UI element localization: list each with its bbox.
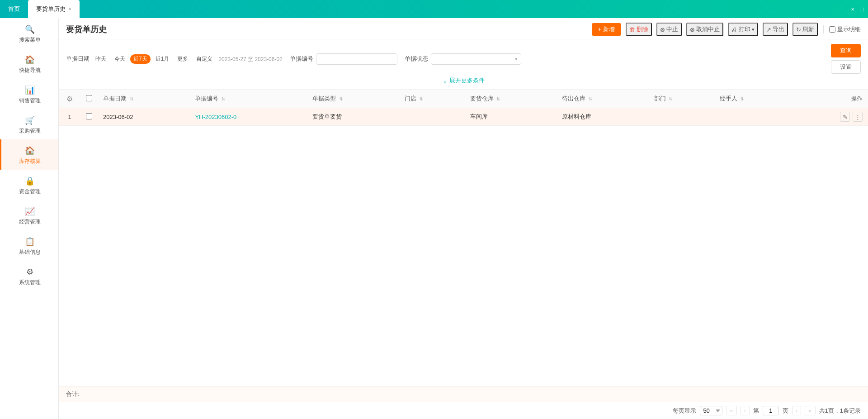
sidebar-item-basic-info[interactable]: 📋 基础信息	[0, 230, 58, 261]
sidebar-item-sys-mgmt[interactable]: ⚙ 系统管理	[0, 261, 58, 291]
window-close-btn[interactable]: ×	[851, 6, 855, 13]
sidebar-item-ops-mgmt[interactable]: 📈 经营管理	[0, 200, 58, 230]
col-store: 门店 ⇅	[399, 90, 465, 108]
sys-mgmt-icon: ⚙	[26, 267, 33, 277]
sidebar-label-inventory: 库存核算	[19, 157, 41, 165]
delete-button-label: 删除	[637, 25, 648, 33]
col-handler-label: 经手人	[720, 95, 737, 102]
sidebar-item-finance[interactable]: 🔒 资金管理	[0, 170, 58, 200]
query-button[interactable]: 查询	[831, 44, 861, 57]
col-handler: 经手人 ⇅	[714, 90, 793, 108]
col-bill-date-sort-icon[interactable]: ⇅	[130, 96, 133, 101]
row-ops-cell: ✎ ⋮	[793, 108, 868, 126]
purchase-mgmt-icon: 🛒	[25, 115, 35, 125]
bill-no-input[interactable]	[316, 53, 397, 65]
tab-requisition-label: 要货单历史	[36, 5, 66, 13]
sidebar-label-ops-mgmt: 经营管理	[19, 218, 41, 226]
stop-button[interactable]: ⊗ 中止	[656, 23, 682, 36]
toolbar: + 新增 🗑 删除 ⊗ 中止 ⊗ 取消中止 🖨 打印 ▾	[592, 23, 861, 36]
col-bill-type-label: 单据类型	[312, 95, 336, 102]
cancel-stop-button[interactable]: ⊗ 取消中止	[686, 23, 723, 36]
row-edit-icon[interactable]: ✎	[840, 112, 850, 122]
tab-home[interactable]: 首页	[0, 0, 28, 18]
window-maximize-btn[interactable]: □	[860, 6, 863, 13]
table-row: 1 2023-06-02 YH-20230602-0 要货单要货	[59, 108, 868, 126]
row-req-warehouse: 车间库	[465, 108, 557, 126]
date-pill-last7days[interactable]: 近7天	[130, 54, 151, 64]
date-pill-yesterday[interactable]: 昨天	[92, 54, 109, 64]
sidebar-label-sales-mgmt: 销售管理	[19, 97, 41, 105]
filter-area: 单据日期 昨天 今天 近7天 近1月 更多 自定义 2023-05-27 至 2…	[59, 39, 868, 90]
table-header-row: ⚙ 单据日期 ⇅ 单据编号 ⇅	[59, 90, 868, 108]
select-all-checkbox[interactable]	[86, 95, 92, 101]
prev-page-button[interactable]: ‹	[741, 406, 750, 415]
page-number-input[interactable]	[763, 406, 779, 415]
row-bill-date-text: 2023-06-02	[103, 114, 133, 120]
delete-button[interactable]: 🗑 删除	[626, 23, 652, 36]
expand-more-label: 展开更多条件	[449, 76, 485, 85]
col-bill-type: 单据类型 ⇅	[307, 90, 399, 108]
col-pending-warehouse: 待出仓库 ⇅	[557, 90, 648, 108]
row-more-icon[interactable]: ⋮	[853, 112, 863, 122]
inventory-icon: 🏠	[25, 146, 35, 156]
cancel-stop-button-label: 取消中止	[696, 25, 720, 33]
col-dept-sort-icon[interactable]: ⇅	[669, 96, 672, 101]
col-req-warehouse: 要货仓库 ⇅	[465, 90, 557, 108]
quick-nav-icon: 🏠	[25, 55, 35, 65]
display-detail-checkbox[interactable]	[829, 26, 835, 33]
filter-setting-button[interactable]: 设置	[831, 60, 861, 74]
status-input[interactable]	[431, 53, 521, 65]
col-handler-sort-icon[interactable]: ⇅	[740, 96, 744, 101]
row-bill-no-link[interactable]: YH-20230602-0	[195, 114, 236, 120]
new-button[interactable]: + 新增	[592, 23, 621, 36]
tab-home-label: 首页	[8, 5, 20, 13]
refresh-button[interactable]: ↻ 刷新	[793, 23, 818, 36]
sidebar-item-sales-mgmt[interactable]: 📊 销售管理	[0, 79, 58, 109]
sidebar-label-quick-nav: 快捷导航	[19, 67, 41, 74]
date-range-text: 2023-05-27 至 2023-06-02	[218, 56, 282, 63]
sidebar-item-search-menu[interactable]: 🔍 搜索菜单	[0, 18, 58, 48]
sidebar-label-finance: 资金管理	[19, 188, 41, 195]
tab-close-icon[interactable]: ×	[68, 6, 71, 12]
refresh-button-label: 刷新	[802, 25, 814, 33]
date-pill-today[interactable]: 今天	[111, 54, 128, 64]
date-pill-custom[interactable]: 自定义	[193, 54, 216, 64]
next-page-button[interactable]: ›	[792, 406, 801, 415]
expand-more-btn[interactable]: ⌄ 展开更多条件	[66, 76, 861, 85]
export-button[interactable]: ↗ 导出	[763, 23, 788, 36]
sidebar-item-inventory[interactable]: 🏠 库存核算	[0, 139, 58, 170]
row-check-cell	[80, 108, 98, 126]
display-detail-text: 显示明细	[837, 25, 861, 33]
sidebar-label-purchase-mgmt: 采购管理	[19, 127, 41, 135]
sidebar-item-quick-nav[interactable]: 🏠 快捷导航	[0, 48, 58, 79]
row-bill-type: 要货单要货	[307, 108, 399, 126]
col-pending-warehouse-sort-icon[interactable]: ⇅	[589, 96, 592, 101]
col-pending-warehouse-label: 待出仓库	[562, 95, 585, 102]
tab-requisition-history[interactable]: 要货单历史 ×	[28, 0, 80, 18]
page-size-select[interactable]: 10 20 50 100	[700, 406, 722, 415]
col-req-warehouse-sort-icon[interactable]: ⇅	[496, 96, 500, 101]
col-bill-type-sort-icon[interactable]: ⇅	[339, 96, 343, 101]
status-chevron-icon: ▾	[515, 56, 518, 62]
date-pill-last1month[interactable]: 近1月	[152, 54, 173, 64]
finance-icon: 🔒	[25, 176, 35, 186]
cancel-stop-icon: ⊗	[690, 26, 695, 33]
edit-icon-symbol: ✎	[843, 114, 848, 120]
col-bill-date-label: 单据日期	[103, 95, 127, 102]
refresh-icon: ↻	[796, 26, 801, 33]
page-size-label: 每页显示	[673, 407, 696, 415]
row-store	[399, 108, 465, 126]
row-ops-buttons: ✎ ⋮	[798, 112, 863, 122]
total-info-text: 共1页，1条记录	[819, 407, 861, 415]
first-page-button[interactable]: «	[726, 406, 736, 415]
sidebar-label-search-menu: 搜索菜单	[19, 36, 41, 44]
sidebar-item-purchase-mgmt[interactable]: 🛒 采购管理	[0, 109, 58, 139]
row-checkbox[interactable]	[86, 113, 92, 119]
table-settings-icon[interactable]: ⚙	[64, 93, 75, 104]
col-bill-no-sort-icon[interactable]: ⇅	[222, 96, 225, 101]
col-store-sort-icon[interactable]: ⇅	[419, 96, 423, 101]
print-button[interactable]: 🖨 打印 ▾	[728, 23, 758, 36]
date-pill-more[interactable]: 更多	[174, 54, 191, 64]
col-req-warehouse-label: 要货仓库	[470, 95, 494, 102]
last-page-button[interactable]: »	[805, 406, 815, 415]
